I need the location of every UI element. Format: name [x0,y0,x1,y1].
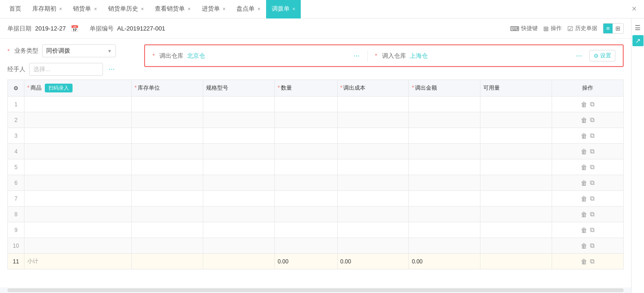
sidebar-list-icon[interactable]: ☰ [632,22,644,33]
spec-cell[interactable] [203,159,275,175]
available-cell[interactable] [480,222,552,238]
unit-cell[interactable] [132,175,203,191]
available-cell[interactable] [480,128,552,144]
spec-cell[interactable] [203,191,275,207]
unit-cell[interactable] [132,191,203,207]
spec-cell[interactable] [203,222,275,238]
tab-close-view-sales[interactable]: × [188,6,190,12]
qty-cell[interactable] [275,97,338,112]
amount-cell[interactable] [409,144,480,159]
product-cell[interactable] [24,159,132,175]
amount-cell[interactable] [409,238,480,254]
cost-cell[interactable] [337,191,409,207]
copy-icon[interactable]: ⧉ [590,163,595,171]
product-cell[interactable] [24,238,132,254]
th-gear[interactable]: ⚙ [8,80,24,97]
qty-cell[interactable] [275,112,338,128]
copy-icon[interactable]: ⧉ [590,100,595,108]
operation-button[interactable]: ⊞ 操作 [543,24,562,32]
cost-cell[interactable] [337,238,409,254]
delete-icon[interactable]: 🗑 [581,148,587,155]
tab-close-sales-history[interactable]: × [141,6,144,12]
available-cell[interactable] [480,207,552,222]
unit-cell[interactable] [132,144,203,159]
copy-icon[interactable]: ⧉ [590,226,595,234]
cost-cell[interactable] [337,128,409,144]
unit-cell[interactable] [132,159,203,175]
tab-close-inventory-init[interactable]: × [59,6,62,12]
tab-home[interactable]: 首页 [4,0,27,18]
spec-cell[interactable] [203,128,275,144]
copy-icon[interactable]: ⧉ [590,147,595,155]
delete-icon[interactable]: 🗑 [581,211,587,218]
product-cell[interactable] [24,175,132,191]
tab-view-sales[interactable]: 查看销货单 × [149,0,196,18]
qty-cell[interactable] [275,222,338,238]
qty-cell[interactable] [275,238,338,254]
amount-cell[interactable] [409,191,480,207]
history-button[interactable]: ☑ 历史单据 [567,24,597,32]
spec-cell[interactable] [203,207,275,222]
product-cell[interactable] [24,191,132,207]
unit-cell[interactable] [132,128,203,144]
available-cell[interactable] [480,238,552,254]
biz-type-select[interactable]: 同价调拨 ▼ [42,44,116,57]
qty-cell[interactable] [275,144,338,159]
qty-cell[interactable] [275,128,338,144]
tab-sales-history[interactable]: 销货单历史 × [103,0,149,18]
copy-icon[interactable]: ⧉ [590,210,595,218]
qty-cell[interactable] [275,175,338,191]
handler-more-icon[interactable]: ··· [109,65,115,73]
spec-cell[interactable] [203,97,275,112]
available-cell[interactable] [480,97,552,112]
available-cell[interactable] [480,144,552,159]
list-view-button[interactable]: ≡ [603,24,613,33]
tab-close-transfer[interactable]: × [292,6,295,12]
delete-icon[interactable]: 🗑 [581,242,587,250]
in-warehouse-more-icon[interactable]: ··· [576,52,582,60]
tab-transfer[interactable]: 调拨单 × [266,0,301,18]
product-cell[interactable] [24,144,132,159]
scan-button[interactable]: 扫码录入 [45,84,73,92]
amount-cell[interactable] [409,159,480,175]
product-cell[interactable] [24,128,132,144]
copy-icon[interactable]: ⧉ [590,116,595,124]
tab-inventory-init[interactable]: 库存期初 × [27,0,67,18]
product-cell[interactable] [24,97,132,112]
delete-icon[interactable]: 🗑 [581,179,587,187]
tab-purchase[interactable]: 进货单 × [196,0,231,18]
copy-icon[interactable]: ⧉ [590,179,595,187]
unit-cell[interactable] [132,222,203,238]
tab-close-inventory-check[interactable]: × [257,6,260,12]
cost-cell[interactable] [337,175,409,191]
amount-cell[interactable] [409,222,480,238]
delete-icon[interactable]: 🗑 [581,116,587,124]
out-warehouse-more-icon[interactable]: ··· [353,52,359,60]
copy-icon[interactable]: ⧉ [590,132,595,140]
handler-select[interactable]: 选择... [29,63,103,76]
qty-cell[interactable] [275,207,338,222]
spec-cell[interactable] [203,112,275,128]
spec-cell[interactable] [203,144,275,159]
unit-cell[interactable] [132,207,203,222]
shortcut-button[interactable]: ⌨ 快捷键 [510,24,538,32]
cost-cell[interactable] [337,97,409,112]
available-cell[interactable] [480,175,552,191]
copy-icon[interactable]: ⧉ [590,257,595,265]
qty-cell[interactable] [275,191,338,207]
tab-sales-order[interactable]: 销货单 × [67,0,102,18]
settings-button[interactable]: ⚙ 设置 [589,50,615,61]
delete-icon[interactable]: 🗑 [581,132,587,140]
unit-cell[interactable] [132,238,203,254]
amount-cell[interactable] [409,207,480,222]
amount-cell[interactable] [409,128,480,144]
cost-cell[interactable] [337,222,409,238]
cost-cell[interactable] [337,207,409,222]
product-cell[interactable] [24,222,132,238]
delete-icon[interactable]: 🗑 [581,258,587,265]
spec-cell[interactable] [203,175,275,191]
tab-bar-close-icon[interactable]: × [628,4,640,14]
available-cell[interactable] [480,159,552,175]
amount-cell[interactable] [409,97,480,112]
product-cell[interactable] [24,112,132,128]
